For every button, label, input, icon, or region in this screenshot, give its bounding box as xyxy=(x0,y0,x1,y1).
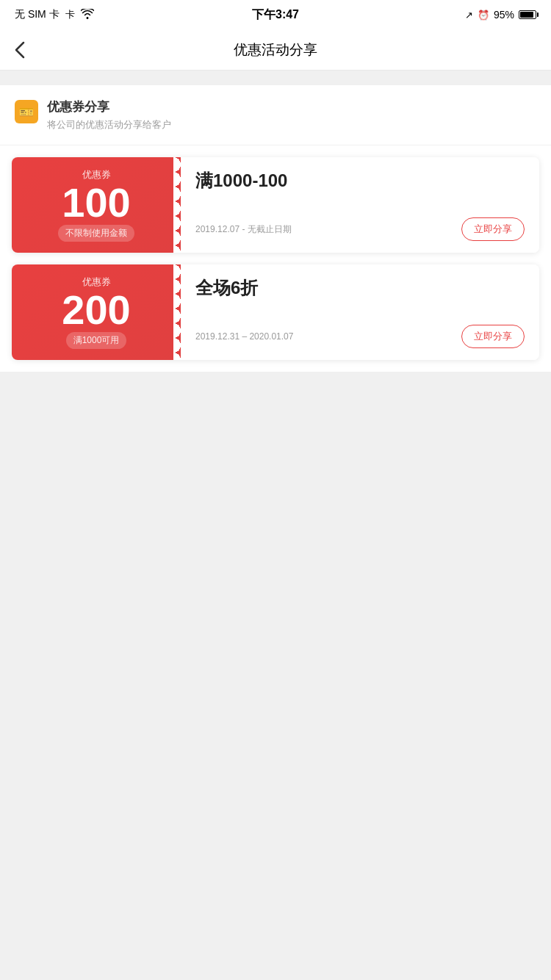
location-icon: ↗ xyxy=(465,10,473,21)
wifi-icon xyxy=(81,9,94,21)
coupon-condition-2: 满1000可用 xyxy=(66,332,127,349)
coupon-amount-1: 100 xyxy=(62,182,130,223)
status-time: 下午3:47 xyxy=(252,7,299,23)
coupon-right-2: 全场6折 2019.12.31 – 2020.01.07 立即分享 xyxy=(181,264,539,360)
status-right: ↗ ⏰ 95% xyxy=(465,9,536,21)
section-text: 优惠券分享 将公司的优惠活动分享给客户 xyxy=(47,98,171,131)
coupon-footer-1: 2019.12.07 - 无截止日期 立即分享 xyxy=(195,217,525,241)
coupon-left-2: 优惠券 200 满1000可用 xyxy=(12,264,181,360)
share-button-1[interactable]: 立即分享 xyxy=(461,217,525,241)
coupon-card-1: 优惠券 100 不限制使用金额 满1000-100 2019.12.07 - 无… xyxy=(12,157,539,253)
top-divider xyxy=(0,71,551,85)
coupon-title-2: 全场6折 xyxy=(195,276,525,300)
page-title: 优惠活动分享 xyxy=(234,40,317,60)
carrier-label: 无 SIM 卡 xyxy=(15,8,60,21)
battery-percent: 95% xyxy=(494,9,514,21)
coupon-section-icon: 🎫 xyxy=(15,100,38,123)
section-subtitle: 将公司的优惠活动分享给客户 xyxy=(47,118,171,131)
alarm-icon: ⏰ xyxy=(478,10,489,21)
section-header: 🎫 优惠券分享 将公司的优惠活动分享给客户 xyxy=(0,85,551,145)
coupon-footer-2: 2019.12.31 – 2020.01.07 立即分享 xyxy=(195,325,525,348)
share-button-2[interactable]: 立即分享 xyxy=(461,325,525,348)
back-button[interactable] xyxy=(15,41,25,59)
status-bar: 无 SIM 卡 卡 下午3:47 ↗ ⏰ 95% xyxy=(0,0,551,29)
coupon-list: 优惠券 100 不限制使用金额 满1000-100 2019.12.07 - 无… xyxy=(0,145,551,372)
coupon-amount-2: 200 xyxy=(62,289,130,331)
battery-icon xyxy=(519,10,536,19)
coupon-date-1: 2019.12.07 - 无截止日期 xyxy=(195,223,292,236)
sim-card-icon: 卡 xyxy=(65,8,75,21)
status-left: 无 SIM 卡 卡 xyxy=(15,8,94,21)
section-title: 优惠券分享 xyxy=(47,98,171,115)
nav-bar: 优惠活动分享 xyxy=(0,29,551,71)
coupon-title-1: 满1000-100 xyxy=(195,169,525,192)
coupon-left-1: 优惠券 100 不限制使用金额 xyxy=(12,157,181,253)
coupon-date-2: 2019.12.31 – 2020.01.07 xyxy=(195,331,293,342)
empty-area xyxy=(0,372,551,783)
coupon-card-2: 优惠券 200 满1000可用 全场6折 2019.12.31 – 2020.0… xyxy=(12,264,539,360)
coupon-right-1: 满1000-100 2019.12.07 - 无截止日期 立即分享 xyxy=(181,157,539,253)
coupon-condition-1: 不限制使用金额 xyxy=(58,225,134,242)
